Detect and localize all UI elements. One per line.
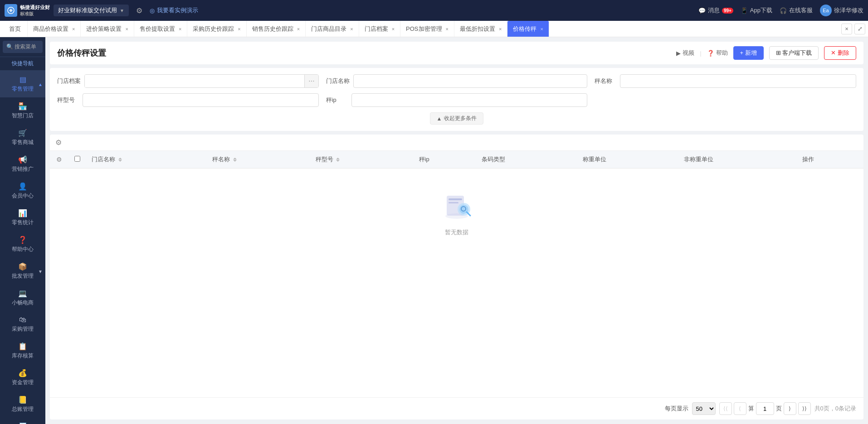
main-area: 🔍 搜索菜单 快捷导航 ▤ 零售管理 ▲ 🏪 智慧门店 🛒 零售商城 📢 营销推…: [0, 37, 868, 424]
select-all-checkbox[interactable]: [74, 156, 80, 162]
scale-ip-input[interactable]: [351, 93, 588, 107]
help-link[interactable]: ❓ 帮助: [707, 49, 728, 57]
demo-icon: ◎: [150, 7, 155, 14]
app-download-button[interactable]: 📱 App下载: [741, 6, 772, 14]
sidebar-item-purchase-mgmt[interactable]: 🛍 采购管理: [0, 311, 45, 337]
finance-icon: 💰: [18, 369, 27, 377]
message-icon: 💬: [698, 7, 706, 14]
tab-purchase-strategy[interactable]: 进价策略设置 ×: [81, 21, 134, 37]
empty-state: 暂无数据: [50, 169, 863, 255]
online-service-button[interactable]: 🎧 在线客服: [780, 6, 813, 14]
column-settings-icon[interactable]: ⚙: [56, 156, 62, 163]
tab-home[interactable]: 首页: [3, 21, 28, 37]
sidebar-item-finance[interactable]: 💰 资金管理: [0, 364, 45, 391]
sidebar-item-marketing[interactable]: 📢 营销推广: [0, 151, 45, 178]
retail-mgmt-expand-icon: ▲: [38, 82, 43, 87]
tab-close-store-catalog[interactable]: ×: [350, 26, 353, 32]
sort-scale-model-icon[interactable]: [336, 158, 340, 162]
page-input[interactable]: [756, 402, 774, 415]
sidebar-item-smart-store[interactable]: 🏪 智慧门店: [0, 97, 45, 124]
table-container: ⚙ 门店名称 秤: [50, 151, 863, 397]
sort-store-name-icon[interactable]: [118, 158, 122, 162]
tab-store-catalog[interactable]: 门店商品目录 ×: [306, 21, 359, 37]
client-download-button[interactable]: ⊞ 客户端下载: [769, 46, 819, 60]
close-tab-button[interactable]: ×: [841, 24, 852, 34]
sidebar-item-mini-ecom[interactable]: 💻 小畅电商: [0, 284, 45, 311]
store-file-dots-button[interactable]: ···: [304, 75, 318, 87]
tab-store-file[interactable]: 门店档案 ×: [359, 21, 400, 37]
filter-row-2: 秤型号 秤ip: [57, 93, 856, 107]
tab-close-commodity-price[interactable]: ×: [72, 26, 75, 32]
filter-store-file: 门店档案 ···: [57, 74, 319, 88]
page-content: 价格传秤设置 ▶ 视频 | ❓ 帮助 + 新增 ⊞ 客户端下载 ✕: [45, 37, 868, 424]
tab-close-sale-history[interactable]: ×: [297, 26, 300, 32]
delete-button[interactable]: ✕ 删除: [824, 46, 856, 60]
table-area: ⚙ ⚙ 门店名称: [50, 135, 863, 419]
video-icon: ▶: [676, 50, 681, 57]
collapse-icon: ▲: [437, 116, 442, 122]
th-store-name: 门店名称: [86, 151, 207, 169]
filter-store-name: 门店名称: [326, 74, 588, 88]
tab-commodity-price[interactable]: 商品价格设置 ×: [28, 21, 81, 37]
user-info[interactable]: Ea 徐泽华修改: [820, 5, 863, 16]
retail-stats-icon: 📊: [18, 209, 27, 217]
sidebar-item-inventory[interactable]: 📋 库存核算: [0, 337, 45, 364]
sidebar-item-member-center[interactable]: 👤 会员中心: [0, 178, 45, 204]
tab-close-purchase-strategy[interactable]: ×: [125, 26, 128, 32]
sidebar-item-invoice-mgmt[interactable]: 🧾 发票管理: [0, 418, 45, 424]
tab-close-store-file[interactable]: ×: [392, 26, 395, 32]
tab-close-purchase-history[interactable]: ×: [238, 26, 240, 32]
retail-mall-icon: 🛒: [18, 129, 27, 137]
edition-selector[interactable]: 好业财标准版交付试用 ▼: [54, 5, 129, 16]
sidebar-quick-nav[interactable]: 快捷导航: [0, 57, 45, 71]
store-file-input-group: ···: [84, 74, 319, 88]
scale-name-label: 秤名称: [595, 77, 616, 85]
tab-pos-mgmt[interactable]: POS加密管理 ×: [400, 21, 454, 37]
messages-button[interactable]: 💬 消息 99+: [698, 6, 733, 14]
store-name-input[interactable]: [353, 74, 588, 88]
th-action: 操作: [797, 151, 863, 169]
sidebar-item-help-center[interactable]: ❓ 帮助中心: [0, 231, 45, 258]
add-button[interactable]: + 新增: [733, 46, 764, 60]
demo-link[interactable]: ◎ 我要看实例演示: [150, 6, 198, 14]
tab-close-pos-mgmt[interactable]: ×: [446, 26, 449, 32]
collapse-filter-button[interactable]: ▲ 收起更多条件: [430, 112, 484, 125]
filter-scale-name: 秤名称: [595, 74, 856, 88]
first-page-button[interactable]: ⟨⟨: [719, 402, 732, 415]
sidebar: 🔍 搜索菜单 快捷导航 ▤ 零售管理 ▲ 🏪 智慧门店 🛒 零售商城 📢 营销推…: [0, 37, 45, 424]
table-settings-icon[interactable]: ⚙: [55, 138, 62, 147]
maximize-tab-button[interactable]: ⤢: [854, 24, 865, 34]
video-link[interactable]: ▶ 视频: [676, 49, 694, 57]
per-page-label: 每页显示: [665, 405, 688, 413]
app-logo: 畅捷通好业财 标准版: [5, 4, 50, 17]
tab-close-price-scale[interactable]: ×: [540, 26, 543, 32]
separator: |: [700, 50, 701, 57]
sidebar-item-retail-mgmt[interactable]: ▤ 零售管理 ▲: [0, 71, 45, 97]
scale-name-input[interactable]: [620, 74, 856, 88]
tab-price-scale[interactable]: 价格传秤 ×: [507, 21, 549, 37]
edition-settings-button[interactable]: ⚙: [132, 4, 146, 17]
prev-page-button[interactable]: ⟨: [734, 402, 746, 415]
edition-caret-icon: ▼: [120, 8, 124, 13]
tab-sale-price[interactable]: 售价提取设置 ×: [134, 21, 187, 37]
sidebar-search-button[interactable]: 🔍 搜索菜单: [3, 41, 43, 53]
next-page-button[interactable]: ⟩: [784, 402, 796, 415]
scale-model-input[interactable]: [83, 93, 319, 107]
svg-rect-4: [449, 202, 458, 203]
last-page-button[interactable]: ⟩⟩: [798, 402, 811, 415]
sidebar-item-retail-mall[interactable]: 🛒 零售商城: [0, 124, 45, 151]
th-scale-name: 秤名称: [207, 151, 310, 169]
tab-close-min-discount[interactable]: ×: [499, 26, 502, 32]
top-bar-right: 💬 消息 99+ 📱 App下载 🎧 在线客服 Ea 徐泽华修改: [698, 5, 863, 16]
per-page-select[interactable]: 10 20 50 100: [692, 402, 716, 415]
store-file-label: 门店档案: [57, 77, 81, 85]
tab-close-sale-price[interactable]: ×: [179, 26, 181, 32]
sidebar-item-general-ledger[interactable]: 📒 总账管理: [0, 391, 45, 418]
store-file-input[interactable]: [85, 75, 304, 87]
tab-purchase-history[interactable]: 采购历史价跟踪 ×: [187, 21, 246, 37]
tab-min-discount[interactable]: 最低折扣设置 ×: [454, 21, 507, 37]
tab-sale-history[interactable]: 销售历史价跟踪 ×: [247, 21, 306, 37]
sort-scale-name-icon[interactable]: [233, 158, 237, 162]
sidebar-item-wholesale-mgmt[interactable]: 📦 批发管理 ▼: [0, 258, 45, 284]
sidebar-item-retail-stats[interactable]: 📊 零售统计: [0, 204, 45, 231]
